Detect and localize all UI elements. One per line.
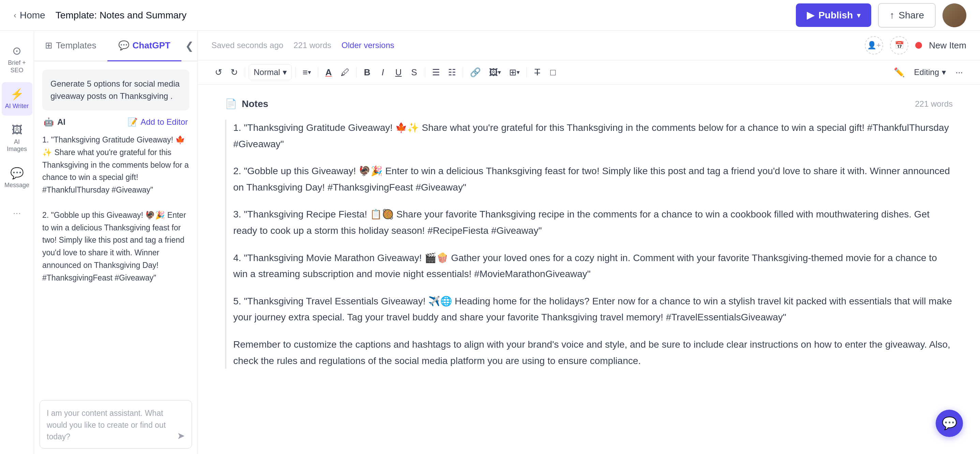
schedule-button[interactable]: 📅 xyxy=(890,36,908,54)
publish-icon: ▶ xyxy=(807,10,814,21)
toolbar-divider-5 xyxy=(425,67,425,78)
editor-content[interactable]: 📄 Notes 221 words 1. "Thanksgiving Grati… xyxy=(198,84,980,454)
clear-format-icon: T̶ xyxy=(535,67,540,78)
publish-label: Publish xyxy=(818,10,853,21)
add-to-editor-label: Add to Editor xyxy=(140,117,188,127)
strike-button[interactable]: S xyxy=(407,65,422,79)
comment-button[interactable]: □ xyxy=(546,65,560,79)
comment-icon: □ xyxy=(550,67,556,78)
more-icon: ··· xyxy=(13,208,21,218)
publish-button[interactable]: ▶ Publish ▾ xyxy=(796,3,871,27)
more-options-button[interactable]: ··· xyxy=(952,65,966,79)
strike-icon: S xyxy=(411,67,417,78)
style-selector[interactable]: Normal ▾ xyxy=(248,64,292,80)
status-indicator xyxy=(915,42,922,49)
brief-seo-icon: ⊙ xyxy=(12,44,21,57)
content-text-1: 1. "Thanksgiving Gratitude Giveaway! 🍁✨ … xyxy=(233,122,949,149)
ordered-list-button[interactable]: ☷ xyxy=(445,65,459,79)
sidebar-more-button[interactable]: ··· xyxy=(10,204,24,222)
editor-top-right: 👤+ 📅 New Item xyxy=(865,36,966,54)
home-link[interactable]: ‹ Home xyxy=(14,10,45,21)
bullet-icon: ☰ xyxy=(432,67,440,78)
toolbar-divider-3 xyxy=(318,67,318,78)
panel-tabs: ⊞ Templates 💬 ChatGPT ❮ xyxy=(34,31,197,61)
main-layout: ⊙ Brief + SEO ⚡ AI Writer 🖼 AI Images 💬 … xyxy=(0,31,980,454)
highlight-icon: 🖊 xyxy=(340,67,350,78)
bot-icon: 🤖 xyxy=(44,117,54,127)
share-icon: ↑ xyxy=(889,10,894,21)
align-icon: ≡ xyxy=(302,67,307,78)
ai-images-icon: 🖼 xyxy=(11,124,22,137)
sidebar-label-message: Message xyxy=(5,182,29,189)
chatgpt-tab-icon: 💬 xyxy=(118,40,129,51)
highlight-button[interactable]: 🖊 xyxy=(337,65,353,79)
text-color-button[interactable]: A xyxy=(321,65,336,79)
ai-response-header: 🤖 AI 📝 Add to Editor xyxy=(42,117,189,127)
saved-status: Saved seconds ago xyxy=(212,41,283,50)
toolbar-divider-2 xyxy=(295,67,296,78)
chat-input-area: ➤ xyxy=(40,400,192,449)
editing-chevron-icon: ▾ xyxy=(942,67,946,77)
bold-button[interactable]: B xyxy=(360,65,374,79)
nav-left: ‹ Home Template: Notes and Summary xyxy=(14,10,186,21)
sidebar-label-ai-images: AI Images xyxy=(5,138,29,153)
word-count-display: 221 words xyxy=(915,99,953,109)
pencil-icon-btn[interactable]: ✏️ xyxy=(890,65,908,79)
notes-header: 📄 Notes 221 words xyxy=(225,98,953,110)
bullet-list-button[interactable]: ☰ xyxy=(429,65,443,79)
text-color-icon: A xyxy=(325,67,332,78)
templates-tab-label: Templates xyxy=(56,40,97,51)
content-item-5: 5. "Thanksgiving Travel Essentials Givea… xyxy=(233,293,953,325)
notes-icon: 📄 xyxy=(225,98,237,110)
clear-format-button[interactable]: T̶ xyxy=(530,65,544,79)
content-item-4: 4. "Thanksgiving Movie Marathon Giveaway… xyxy=(233,250,953,282)
assign-user-button[interactable]: 👤+ xyxy=(865,36,883,54)
collapse-panel-button[interactable]: ❮ xyxy=(181,31,197,61)
sidebar-item-ai-images[interactable]: 🖼 AI Images xyxy=(2,118,32,159)
user-message: Generate 5 options for social media give… xyxy=(42,70,189,110)
top-navigation: ‹ Home Template: Notes and Summary ▶ Pub… xyxy=(0,0,980,31)
notes-title: 📄 Notes xyxy=(225,98,268,110)
content-text-4: 4. "Thanksgiving Movie Marathon Giveaway… xyxy=(233,252,937,279)
content-area: 1. "Thanksgiving Gratitude Giveaway! 🍁✨ … xyxy=(225,120,953,369)
italic-icon: I xyxy=(382,67,384,78)
older-versions-link[interactable]: Older versions xyxy=(342,41,395,50)
send-icon: ➤ xyxy=(177,430,185,441)
add-to-editor-button[interactable]: 📝 Add to Editor xyxy=(127,117,188,127)
align-chevron-icon: ▾ xyxy=(308,68,311,76)
publish-chevron-icon: ▾ xyxy=(857,11,860,19)
redo-button[interactable]: ↻ xyxy=(227,65,242,79)
user-avatar[interactable] xyxy=(942,3,966,27)
share-label: Share xyxy=(899,10,924,21)
send-button[interactable]: ➤ xyxy=(177,430,185,441)
tab-templates[interactable]: ⊞ Templates xyxy=(34,31,107,61)
nav-right: ▶ Publish ▾ ↑ Share xyxy=(796,3,966,28)
sidebar-item-ai-writer[interactable]: ⚡ AI Writer xyxy=(2,82,32,116)
sidebar-item-brief-seo[interactable]: ⊙ Brief + SEO xyxy=(2,39,32,79)
template-label: Template: Notes and Summary xyxy=(56,10,186,21)
tab-chatgpt[interactable]: 💬 ChatGPT xyxy=(107,31,181,61)
table-chevron-icon: ▾ xyxy=(517,68,520,76)
italic-button[interactable]: I xyxy=(376,65,390,79)
underline-button[interactable]: U xyxy=(391,65,406,79)
support-chat-button[interactable]: 💬 xyxy=(935,410,963,437)
share-button[interactable]: ↑ Share xyxy=(878,3,935,28)
align-button[interactable]: ≡ ▾ xyxy=(299,65,314,79)
user-message-text: Generate 5 options for social media give… xyxy=(51,79,180,100)
editing-label: Editing xyxy=(914,67,939,77)
redo-icon: ↻ xyxy=(231,67,238,78)
undo-icon: ↺ xyxy=(215,67,222,78)
collapse-icon: ❮ xyxy=(185,40,194,52)
chat-input[interactable] xyxy=(47,407,173,441)
content-item-1: 1. "Thanksgiving Gratitude Giveaway! 🍁✨ … xyxy=(233,120,953,152)
undo-button[interactable]: ↺ xyxy=(212,65,226,79)
editing-selector[interactable]: Editing ▾ xyxy=(909,65,951,80)
table-button[interactable]: ⊞ ▾ xyxy=(506,65,523,79)
editor-top-bar: Saved seconds ago 221 words Older versio… xyxy=(198,31,980,60)
image-button[interactable]: 🖼 ▾ xyxy=(485,65,504,79)
style-chevron-icon: ▾ xyxy=(283,67,287,77)
link-button[interactable]: 🔗 xyxy=(466,65,484,79)
sidebar-item-message[interactable]: 💬 Message xyxy=(2,161,32,195)
support-chat-icon: 💬 xyxy=(942,416,957,430)
pencil-icon: ✏️ xyxy=(894,67,905,78)
